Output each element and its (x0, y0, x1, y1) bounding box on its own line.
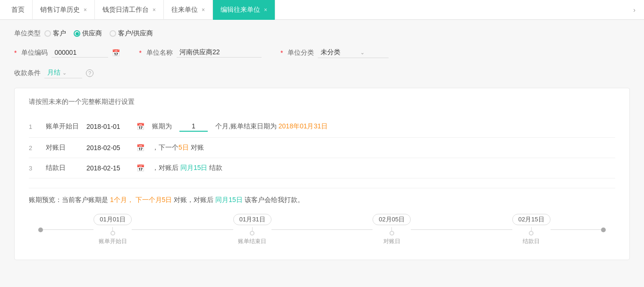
timeline-node-4: 02月15日 结款日 (512, 214, 551, 245)
payment-cond-value: 月结 (47, 68, 60, 77)
timeline-row: 01月01日 账单开始日 01月31日 账单结束日 (38, 214, 606, 245)
tl-line-5 (551, 229, 601, 230)
row-2-desc: ，下一个5日 对账 (152, 144, 204, 152)
payment-cond-select[interactable]: 月结 ⌄ (44, 68, 82, 78)
timeline-start (38, 228, 43, 232)
tab-bar: 首页 销售订单历史 × 钱货日清工作台 × 往来单位 × 编辑往来单位 × › (0, 0, 644, 20)
close-sales-history[interactable]: × (84, 7, 87, 13)
payment-cond-group: 收款条件 月结 ⌄ ? (14, 68, 93, 78)
tab-cash-work[interactable]: 钱货日清工作台 × (95, 0, 164, 20)
row-3-calendar-icon[interactable]: 📅 (136, 164, 144, 172)
radio-both[interactable]: 客户/供应商 (110, 29, 153, 38)
timeline-sublabel-0215: 结款日 (523, 237, 540, 245)
tab-edit-partner[interactable]: 编辑往来单位 × (213, 0, 275, 20)
timeline-dot-0131 (250, 231, 254, 236)
help-icon[interactable]: ? (86, 69, 93, 77)
row-1-calendar-icon[interactable]: 📅 (136, 123, 144, 130)
timeline-label-0101: 01月01日 (93, 214, 132, 225)
timeline-label-0131: 01月31日 (233, 214, 271, 225)
preview-text: 账期预览：当前客户账期是 1个月， 下一个月5日 对账，对账后 同月15日 该客… (29, 196, 304, 203)
timeline-label-0205: 02月05日 (373, 214, 411, 225)
row-1-desc-suffix: 个月,账单结束日期为 2018年01月31日 (215, 122, 328, 131)
setting-row-2: 2 对账日 2018-02-05 📅 ，下一个5日 对账 (29, 138, 615, 158)
highlight-day-5: 5日 (178, 144, 189, 151)
unit-class-label: 单位分类 (288, 49, 314, 57)
month-input[interactable] (179, 121, 208, 132)
unit-name-input[interactable] (177, 48, 262, 58)
unit-type-group: 单位类型 客户 供应商 客户/供应商 (14, 29, 153, 38)
chevron-down-icon: ⌄ (360, 50, 364, 56)
timeline-node-3: 02月05日 对账日 (373, 214, 411, 245)
settings-panel: 请按照未来的一个完整帐期进行设置 1 账单开始日 2018-01-01 📅 账期… (14, 88, 630, 260)
row-1-desc-prefix: 账期为 (152, 122, 172, 131)
row-date-1: 2018-01-01 (86, 123, 129, 130)
unit-name-group: * 单位名称 (139, 48, 261, 58)
timeline-section: 01月01日 账单开始日 01月31日 账单结束日 (29, 209, 615, 250)
preview-reconcile: 下一个月5日 (136, 196, 172, 203)
tl-line-1 (43, 229, 93, 230)
timeline-label-0215: 02月15日 (512, 214, 551, 225)
close-partner[interactable]: × (202, 7, 205, 13)
tl-line-4 (411, 229, 512, 230)
payment-cond-label: 收款条件 (14, 69, 41, 77)
unit-info-row: * 单位编码 📅 * 单位名称 * 单位分类 未分类 ⌄ (14, 47, 630, 58)
payment-row: 收款条件 月结 ⌄ ? (14, 68, 630, 78)
unit-type-row: 单位类型 客户 供应商 客户/供应商 (14, 29, 630, 38)
timeline-sublabel-0101: 账单开始日 (99, 237, 127, 245)
unit-code-group: * 单位编码 📅 (14, 48, 120, 58)
row-date-3: 2018-02-15 (86, 164, 129, 172)
timeline-sublabel-0131: 账单结束日 (238, 237, 266, 245)
setting-row-3: 3 结款日 2018-02-15 📅 ，对账后 同月15日 结款 (29, 158, 615, 178)
row-num-2: 2 (29, 144, 38, 152)
unit-class-value: 未分类 (321, 48, 358, 57)
unit-code-input[interactable] (51, 48, 108, 58)
preview-payment: 同月15日 (215, 196, 243, 203)
payment-chevron-icon: ⌄ (62, 70, 67, 76)
row-num-3: 3 (29, 165, 38, 172)
radio-circle-supplier (74, 30, 80, 37)
unit-name-label: 单位名称 (146, 49, 173, 57)
unit-type-label: 单位类型 (14, 29, 41, 38)
unit-code-label: 单位编码 (21, 49, 48, 57)
unit-type-radio-group: 客户 供应商 客户/供应商 (44, 29, 153, 38)
tab-more-btn[interactable]: › (628, 6, 640, 14)
panel-hint: 请按照未来的一个完整帐期进行设置 (29, 98, 615, 106)
timeline-node-1: 01月01日 账单开始日 (93, 214, 132, 245)
tl-line-2 (132, 229, 233, 230)
preview-section: 账期预览：当前客户账期是 1个月， 下一个月5日 对账，对账后 同月15日 该客… (29, 188, 615, 204)
row-label-2: 对账日 (46, 144, 79, 152)
radio-supplier[interactable]: 供应商 (74, 29, 102, 38)
timeline-start-dot (38, 228, 43, 232)
timeline-dot-0205 (390, 231, 394, 236)
radio-customer[interactable]: 客户 (44, 29, 66, 38)
setting-row-1: 1 账单开始日 2018-01-01 📅 账期为 个月,账单结束日期为 2018… (29, 116, 615, 138)
unit-code-calendar-icon[interactable]: 📅 (112, 49, 120, 57)
tab-partner[interactable]: 往来单位 × (164, 0, 213, 20)
timeline-dot-0101 (110, 231, 115, 236)
radio-circle-both (110, 30, 116, 37)
timeline-node-2: 01月31日 账单结束日 (233, 214, 271, 245)
preview-period: 1个月， (110, 196, 134, 203)
row-label-1: 账单开始日 (46, 122, 79, 131)
highlight-month-15: 同月15日 (180, 164, 208, 171)
row-label-3: 结款日 (46, 164, 79, 172)
timeline-sublabel-0205: 对账日 (383, 237, 400, 245)
unit-class-group: * 单位分类 未分类 ⌄ (280, 47, 389, 58)
timeline-end-dot (601, 228, 606, 232)
timeline-dot-0215 (529, 231, 534, 236)
row-2-calendar-icon[interactable]: 📅 (136, 144, 144, 152)
main-content: 单位类型 客户 供应商 客户/供应商 * 单位编码 (0, 20, 644, 287)
tl-line-3 (271, 229, 373, 230)
row-date-2: 2018-02-05 (86, 144, 129, 152)
row-num-1: 1 (29, 123, 38, 130)
unit-class-select[interactable]: 未分类 ⌄ (318, 47, 389, 58)
close-cash-work[interactable]: × (153, 7, 156, 13)
close-edit-partner[interactable]: × (264, 7, 267, 13)
tab-home[interactable]: 首页 (4, 0, 33, 20)
radio-circle-customer (44, 30, 51, 37)
row-3-desc: ，对账后 同月15日 结款 (152, 164, 222, 172)
tab-sales-history[interactable]: 销售订单历史 × (33, 0, 95, 20)
highlight-end-date: 2018年01月31日 (279, 122, 328, 130)
